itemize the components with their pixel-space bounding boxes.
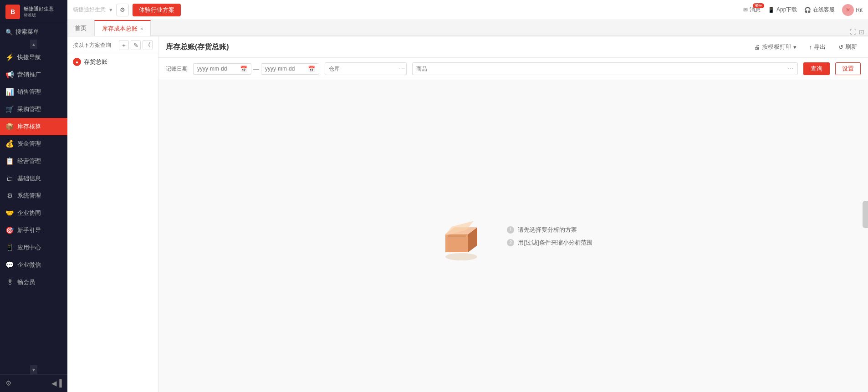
tab-active-label: 库存成本总账	[102, 25, 138, 33]
query-button[interactable]: 查询	[803, 62, 830, 75]
collapse-icon[interactable]: ◀▐	[51, 379, 62, 387]
hint-text-1: 请先选择要分析的方案	[518, 226, 577, 234]
refresh-button[interactable]: ↺ 刷新	[835, 41, 861, 53]
scheme-dot-icon: ●	[73, 58, 81, 66]
maximize-icon[interactable]: ⛶	[850, 28, 856, 36]
sidebar-item-label: 快捷导航	[17, 53, 41, 61]
sidebar-item-basic[interactable]: 🗂 基础信息	[0, 170, 67, 187]
search-icon: 🔍	[5, 29, 13, 36]
sidebar-item-finance[interactable]: 💰 资金管理	[0, 135, 67, 153]
goods-input-wrap[interactable]: ···	[412, 62, 798, 75]
breadcrumb-text: 畅捷通好生意	[73, 6, 106, 14]
scheme-item-inventory[interactable]: ● 存货总账	[67, 54, 158, 70]
empty-hints: 1 请先选择要分析的方案 2 用[过滤]条件来缩小分析范围	[507, 226, 592, 247]
sidebar-item-label: 企业微信	[17, 261, 41, 269]
tabbar: 首页 库存成本总账 × ⛶ ⊡	[67, 20, 868, 36]
inventory-icon: 📦	[5, 122, 14, 131]
sidebar-item-label: 经营管理	[17, 157, 41, 165]
user-menu[interactable]: R Rit	[842, 4, 863, 16]
sidebar-item-newguide[interactable]: 🎯 新手引导	[0, 222, 67, 239]
right-side-tab[interactable]	[863, 201, 868, 228]
message-badge: 99+	[753, 3, 764, 8]
tab-active[interactable]: 库存成本总账 ×	[94, 20, 151, 36]
calendar-to-icon[interactable]: 📅	[308, 66, 315, 72]
topbar-settings-button[interactable]: ⚙	[116, 4, 129, 16]
sidebar-item-inventory[interactable]: 📦 库存核算	[0, 118, 67, 135]
headset-icon: 🎧	[804, 7, 811, 13]
message-button[interactable]: ✉ 消息 99+	[743, 6, 761, 14]
edit-scheme-button[interactable]: ✎	[131, 40, 141, 50]
right-panel: 库存总账(存货总账) 🖨 按模板打印 ▾ ↑ 导出 ↺ 刷新	[158, 36, 868, 392]
date-range-group: 📅 — 📅	[193, 63, 319, 75]
app-logo: B 畅捷通好生意 标准版	[0, 0, 67, 24]
sidebar-item-label: 畅会员	[17, 278, 35, 286]
basic-icon: 🗂	[5, 175, 14, 183]
chevron-down-icon[interactable]: ▾	[109, 6, 112, 13]
warehouse-more-icon[interactable]: ···	[399, 65, 405, 73]
app-badge: 标准版	[24, 12, 54, 18]
sidebar-item-marketing[interactable]: 📢 营销推广	[0, 66, 67, 83]
sidebar-item-label: 销售管理	[17, 88, 41, 96]
restore-icon[interactable]: ⊡	[859, 28, 864, 36]
sidebar-item-operation[interactable]: 📋 经营管理	[0, 153, 67, 170]
sidebar-item-label: 库存核算	[17, 122, 41, 131]
empty-box-svg	[434, 209, 489, 264]
online-service-label: 在线客服	[813, 6, 835, 14]
app-download-label: App下载	[776, 6, 797, 14]
member-icon: 🎖	[5, 279, 14, 286]
page-title: 库存总账(存货总账)	[166, 42, 229, 52]
warehouse-input[interactable]	[329, 66, 397, 72]
newguide-icon: 🎯	[5, 226, 14, 234]
scroll-up-button[interactable]: ▲	[30, 40, 37, 49]
finance-icon: 💰	[5, 140, 14, 148]
print-label: 按模板打印	[762, 43, 791, 51]
sidebar-item-sales[interactable]: 📊 销售管理	[0, 83, 67, 101]
date-from-input-wrap[interactable]: 📅	[193, 63, 251, 75]
settings-icon[interactable]: ⚙	[5, 379, 11, 387]
search-menu-label: 搜索菜单	[15, 28, 39, 36]
empty-illustration	[434, 209, 489, 264]
topbar-actions: ✉ 消息 99+ 📱 App下载 🎧 在线客服 R Rit	[743, 4, 863, 16]
sidebar-item-quick-nav[interactable]: ⚡ 快捷导航	[0, 49, 67, 66]
purchase-icon: 🛒	[5, 105, 14, 113]
operation-icon: 📋	[5, 157, 14, 165]
add-scheme-button[interactable]: +	[119, 40, 129, 50]
sidebar-item-purchase[interactable]: 🛒 采购管理	[0, 101, 67, 118]
goods-input[interactable]	[416, 66, 786, 72]
app-download-button[interactable]: 📱 App下载	[768, 6, 797, 14]
sidebar-item-label: 系统管理	[17, 192, 41, 200]
sidebar-item-label: 应用中心	[17, 244, 41, 252]
date-to-input[interactable]	[265, 66, 306, 72]
date-to-input-wrap[interactable]: 📅	[261, 63, 319, 75]
industry-btn[interactable]: 体验行业方案	[133, 4, 181, 16]
collapse-panel-button[interactable]: 《	[143, 40, 153, 50]
warehouse-input-wrap[interactable]: ···	[325, 62, 407, 75]
search-menu-item[interactable]: 🔍 搜索菜单	[0, 24, 67, 40]
settings-button[interactable]: 设置	[835, 62, 861, 75]
sidebar-item-cooperation[interactable]: 🤝 企业协同	[0, 204, 67, 222]
refresh-icon: ↺	[838, 44, 843, 51]
calendar-from-icon[interactable]: 📅	[240, 66, 247, 72]
tab-home[interactable]: 首页	[67, 20, 94, 36]
query-scheme-label: 按以下方案查询	[73, 41, 111, 49]
sidebar-item-appstore[interactable]: 📱 应用中心	[0, 239, 67, 256]
export-label: 导出	[814, 43, 826, 51]
online-service-button[interactable]: 🎧 在线客服	[804, 6, 835, 14]
goods-more-icon[interactable]: ···	[788, 65, 794, 73]
empty-state: 1 请先选择要分析的方案 2 用[过滤]条件来缩小分析范围	[158, 80, 868, 392]
svg-marker-6	[448, 235, 466, 237]
sidebar-item-label: 基础信息	[17, 174, 41, 183]
sidebar-item-member[interactable]: 🎖 畅会员	[0, 274, 67, 291]
sidebar-item-wechat[interactable]: 💬 企业微信	[0, 256, 67, 274]
scroll-down-button[interactable]: ▼	[30, 365, 37, 374]
svg-point-0	[445, 253, 477, 260]
tab-close-button[interactable]: ×	[140, 26, 143, 31]
export-button[interactable]: ↑ 导出	[806, 41, 830, 53]
sidebar-item-label: 资金管理	[17, 140, 41, 148]
sidebar-item-system[interactable]: ⚙ 系统管理	[0, 187, 67, 204]
record-date-label: 记账日期	[166, 65, 188, 73]
date-from-input[interactable]	[197, 66, 238, 72]
sidebar-item-label: 营销推广	[17, 71, 41, 79]
print-button[interactable]: 🖨 按模板打印 ▾	[751, 41, 800, 53]
panel-query-scheme-row: 按以下方案查询 + ✎ 《	[67, 36, 158, 54]
